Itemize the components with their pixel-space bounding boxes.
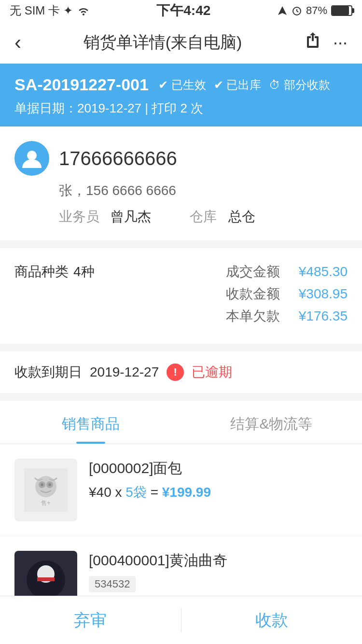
status-bar: 无 SIM 卡 ✦ 下午4:42 87% (0, 0, 362, 21)
nav-actions: ··· (304, 31, 348, 53)
type-count: 4种 (73, 263, 95, 281)
price-base-1: ¥40 x (89, 485, 125, 500)
svg-point-9 (48, 483, 51, 486)
customer-top: 17666666666 (14, 141, 348, 176)
overdue-icon: ! (167, 364, 184, 381)
summary-left: 商品种类 4种 (14, 263, 95, 281)
badge-activated: ✔ 已生效 (158, 77, 206, 93)
order-id: SA-20191227-001 (14, 75, 149, 94)
product-thumbnail-1: 售+ (24, 468, 68, 512)
battery-icon (331, 5, 352, 16)
svg-rect-14 (37, 577, 55, 581)
collected-item: 收款金额 ¥308.95 (226, 285, 348, 303)
divider-3 (0, 393, 362, 401)
debt-item: 本单欠款 ¥176.35 (226, 307, 348, 325)
tab-sales-products[interactable]: 销售商品 (0, 401, 181, 444)
user-icon (21, 148, 42, 169)
avatar (14, 141, 49, 176)
product-info-1: [0000002]面包 ¥40 x 5袋 = ¥199.99 (89, 459, 348, 502)
sales-info: 业务员 曾凡杰 (59, 208, 151, 226)
summary-right: 成交金额 ¥485.30 收款金额 ¥308.95 本单欠款 ¥176.35 (226, 263, 348, 329)
order-date-print: 单据日期：2019-12-27 | 打印 2 次 (14, 100, 348, 117)
nav-bar: ‹ 销货单详情(来自电脑) ··· (0, 21, 362, 64)
product-tag-2: 534532 (89, 576, 136, 592)
back-button[interactable]: ‹ (14, 31, 21, 54)
sales-label: 业务员 (59, 209, 99, 224)
badge-shipped: ✔ 已出库 (214, 77, 262, 93)
share-button[interactable] (304, 31, 321, 53)
price-qty-1: 5袋 (125, 485, 147, 500)
status-badges: ✔ 已生效 ✔ 已出库 ⏱ 部分收款 (158, 77, 330, 93)
divider-1 (0, 240, 362, 248)
wifi-icon (77, 6, 90, 15)
svg-point-5 (35, 476, 56, 497)
collected-label: 收款金额 (226, 285, 280, 303)
product-name-2: [000400001]黄油曲奇 (89, 551, 348, 571)
svg-point-3 (27, 151, 37, 160)
header-banner: SA-20191227-001 ✔ 已生效 ✔ 已出库 ⏱ 部分收款 单据日期：… (0, 64, 362, 126)
abandon-review-button[interactable]: 弃审 (0, 600, 181, 641)
summary-row: 商品种类 4种 成交金额 ¥485.30 收款金额 ¥308.95 本单欠款 ¥… (14, 263, 348, 329)
header-top: SA-20191227-001 ✔ 已生效 ✔ 已出库 ⏱ 部分收款 (14, 75, 348, 94)
warehouse-label: 仓库 (190, 209, 217, 224)
badge-partial: ⏱ 部分收款 (269, 77, 330, 93)
more-button[interactable]: ··· (333, 32, 348, 53)
customer-meta: 业务员 曾凡杰 仓库 总仓 (59, 208, 348, 226)
customer-section: 17666666666 张，156 6666 6666 业务员 曾凡杰 仓库 总… (0, 126, 362, 240)
product-image-1: 售+ (14, 459, 77, 521)
battery-text: 87% (306, 4, 327, 17)
tab-settlement[interactable]: 结算&物流等 (181, 401, 362, 444)
status-time: 下午4:42 (156, 1, 210, 20)
status-left: 无 SIM 卡 ✦ (10, 3, 90, 18)
amount-value: ¥485.30 (290, 264, 348, 280)
customer-phone: 17666666666 (59, 148, 177, 169)
warehouse-name: 总仓 (228, 209, 255, 224)
signal-text: 无 SIM 卡 ✦ (10, 3, 73, 18)
overdue-text: 已逾期 (192, 363, 232, 381)
warehouse-info: 仓库 总仓 (190, 208, 255, 226)
due-section: 收款到期日 2019-12-27 ! 已逾期 (0, 351, 362, 393)
svg-text:售+: 售+ (41, 500, 50, 506)
debt-label: 本单欠款 (226, 307, 280, 325)
customer-name-phone: 张，156 6666 6666 (59, 182, 348, 200)
svg-line-2 (297, 11, 298, 12)
price-eq-1: = (147, 485, 162, 500)
svg-point-8 (41, 483, 43, 486)
status-right: 87% (277, 4, 352, 17)
tabs: 销售商品 结算&物流等 (0, 401, 362, 444)
location-icon (277, 5, 288, 16)
type-label: 商品种类 (14, 263, 69, 281)
collect-payment-button[interactable]: 收款 (181, 600, 362, 641)
amount-item: 成交金额 ¥485.30 (226, 263, 348, 281)
collected-value: ¥308.95 (290, 286, 348, 302)
sales-name: 曾凡杰 (111, 209, 151, 224)
due-date: 2019-12-27 (90, 364, 159, 380)
page-title: 销货单详情(来自电脑) (84, 31, 242, 54)
bottom-bar: 弃审 收款 (0, 596, 362, 644)
alarm-icon (292, 5, 302, 16)
due-label: 收款到期日 (14, 363, 82, 381)
divider-2 (0, 344, 362, 351)
product-name-1: [0000002]面包 (89, 459, 348, 478)
debt-value: ¥176.35 (290, 308, 348, 324)
summary-section: 商品种类 4种 成交金额 ¥485.30 收款金额 ¥308.95 本单欠款 ¥… (0, 248, 362, 344)
amount-label: 成交金额 (226, 263, 280, 281)
list-item: 售+ [0000002]面包 ¥40 x 5袋 = ¥199.99 (0, 444, 362, 536)
product-price-1: ¥40 x 5袋 = ¥199.99 (89, 483, 348, 502)
price-total-1: ¥199.99 (162, 485, 211, 500)
